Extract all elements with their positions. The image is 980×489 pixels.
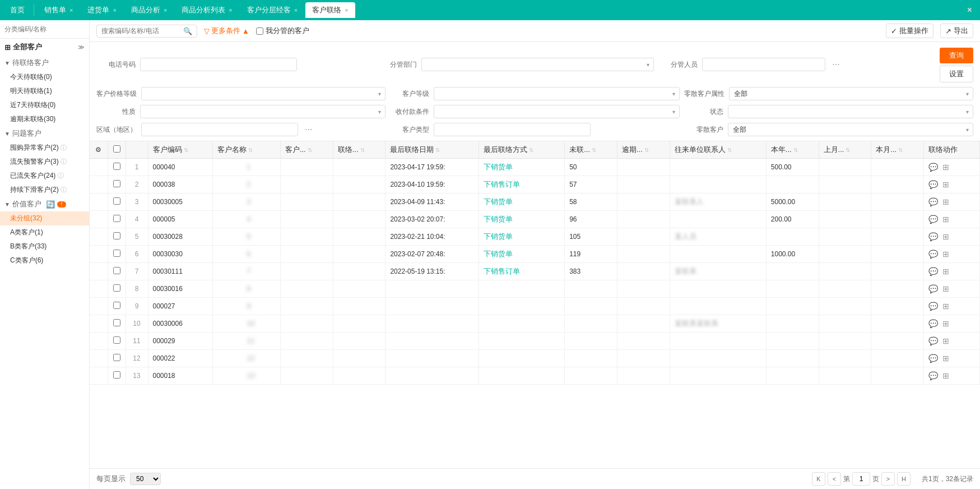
more-icon-2[interactable]: ⊞ [942,197,949,206]
tab-purchase[interactable]: 进货单 × [81,2,123,18]
more-icon-5[interactable]: ⊞ [942,250,949,259]
td-checkbox-10[interactable] [108,333,126,350]
chat-icon-8[interactable]: 💬 [928,302,938,311]
filter-input-customer-type[interactable] [434,123,591,136]
more-icon-8[interactable]: ⊞ [942,302,949,311]
chat-icon-12[interactable]: 💬 [928,371,938,380]
more-icon-11[interactable]: ⊞ [942,354,949,363]
refresh-icon[interactable]: 🔄 [46,200,55,209]
more-icon-7[interactable]: ⊞ [942,284,949,293]
chat-icon-2[interactable]: 💬 [928,197,938,206]
export-btn[interactable]: ↗ 导出 [940,24,973,38]
row-checkbox-12[interactable] [113,371,120,379]
td-checkbox-8[interactable] [108,298,126,315]
sidebar-section-pending[interactable]: ▼ 待联络客户 [0,56,89,70]
sidebar-item-class-c[interactable]: C类客户(6) [0,253,89,267]
th-name[interactable]: 客户名称⇅ [213,141,281,159]
th-contact-person[interactable]: 往来单位联系人⇅ [670,141,766,159]
last-method-link-6[interactable]: 下销售订单 [484,267,520,275]
query-button[interactable]: 查询 [940,48,973,63]
chat-icon-0[interactable]: 💬 [928,163,938,172]
sidebar-all-customers[interactable]: ⊞ 全部客户 ≫ [0,39,89,56]
more-icon-3[interactable]: ⊞ [942,215,949,224]
chat-icon-7[interactable]: 💬 [928,284,938,293]
td-checkbox-3[interactable] [108,211,126,228]
row-checkbox-7[interactable] [113,284,120,292]
th-settings[interactable]: ⚙ [90,141,108,159]
td-checkbox-5[interactable] [108,246,126,263]
chat-icon-3[interactable]: 💬 [928,215,938,224]
td-checkbox-11[interactable] [108,350,126,367]
last-page-btn[interactable]: H [897,472,911,486]
tab-product-analysis-list-close[interactable]: × [229,7,232,13]
more-icon-0[interactable]: ⊞ [942,163,949,172]
td-checkbox-0[interactable] [108,159,126,176]
sidebar-item-class-a[interactable]: A类客户(1) [0,225,89,239]
row-checkbox-4[interactable] [113,232,120,239]
more-icon-6[interactable]: ⊞ [942,267,949,276]
filter-input-manager[interactable] [702,58,825,71]
chat-icon-9[interactable]: 💬 [928,319,938,328]
sidebar-item-7days-pending[interactable]: 近7天待联络(0) [0,98,89,112]
tab-product-analysis-list[interactable]: 商品分析列表 × [175,2,239,18]
first-page-btn[interactable]: K [812,472,825,486]
row-checkbox-9[interactable] [113,319,120,326]
more-conditions-btn[interactable]: ▽ 更多条件 ▲ [204,26,249,36]
sidebar-item-churn-warning[interactable]: 流失预警客户(3) ⓘ [0,155,89,169]
row-checkbox-5[interactable] [113,250,120,257]
chat-icon-6[interactable]: 💬 [928,267,938,276]
close-window-btn[interactable]: × [964,5,976,15]
last-method-link-2[interactable]: 下销货单 [484,197,513,206]
th-col5[interactable]: 客户...⇅ [280,141,333,159]
sidebar-section-value[interactable]: ▼ 价值客户 🔄 ! [0,197,89,211]
td-checkbox-2[interactable] [108,193,126,211]
sidebar-search-input[interactable] [4,25,89,33]
row-checkbox-8[interactable] [113,302,120,309]
th-code[interactable]: 客户编码⇅ [148,141,213,159]
filter-dots-region[interactable]: ··· [303,124,314,135]
select-all-checkbox[interactable] [113,145,120,153]
filter-select-retail[interactable]: 全部 [728,123,973,136]
chat-icon-4[interactable]: 💬 [928,232,938,241]
sidebar-item-declining[interactable]: 持续下滑客户(2) ⓘ [0,183,89,197]
filter-select-level[interactable] [434,87,679,100]
th-last-date[interactable]: 最后联络日期⇅ [386,141,479,159]
tab-sales-close[interactable]: × [69,7,73,13]
my-customers-check[interactable] [256,27,263,35]
th-last-month[interactable]: 上月...⇅ [819,141,871,159]
chat-icon-1[interactable]: 💬 [928,180,938,189]
row-checkbox-2[interactable] [113,197,120,205]
td-checkbox-12[interactable] [108,367,126,385]
td-checkbox-9[interactable] [108,315,126,333]
td-checkbox-6[interactable] [108,263,126,280]
batch-operation-btn[interactable]: ✓ 批量操作 [886,24,933,38]
filter-input-phone[interactable] [140,58,297,71]
filter-select-payment[interactable] [434,105,679,118]
page-number-input[interactable] [852,472,870,486]
td-checkbox-7[interactable] [108,280,126,298]
chat-icon-5[interactable]: 💬 [928,250,938,259]
main-search-input[interactable] [101,27,180,35]
row-checkbox-3[interactable] [113,215,120,222]
chat-icon-10[interactable]: 💬 [928,336,938,345]
last-method-link-1[interactable]: 下销售订单 [484,180,520,188]
tab-customer-segment-close[interactable]: × [294,7,298,13]
sidebar-item-churned[interactable]: 已流失客户(24) ⓘ [0,169,89,183]
next-page-btn[interactable]: > [881,472,895,486]
sidebar-item-today-pending[interactable]: 今天待联络(0) [0,70,89,84]
sidebar-section-problem[interactable]: ▼ 问题客户 [0,126,89,141]
last-method-link-3[interactable]: 下销货单 [484,215,513,223]
filter-select-dept[interactable] [421,58,654,71]
th-checkbox[interactable] [108,141,126,159]
sidebar-item-hoarding-abnormal[interactable]: 囤购异常客户(2) ⓘ [0,141,89,155]
sidebar-item-ungrouped[interactable]: 未分组(32) [0,211,89,225]
tab-customer-segment[interactable]: 客户分层经客 × [240,2,304,18]
td-checkbox-4[interactable] [108,228,126,246]
main-search-icon[interactable]: 🔍 [183,27,192,35]
filter-dots-manager[interactable]: ··· [830,59,842,70]
last-method-link-4[interactable]: 下销货单 [484,232,513,241]
row-checkbox-0[interactable] [113,163,120,170]
chat-icon-11[interactable]: 💬 [928,354,938,363]
th-overdue[interactable]: 逾期...⇅ [617,141,670,159]
tab-product-analysis-close[interactable]: × [164,7,167,13]
